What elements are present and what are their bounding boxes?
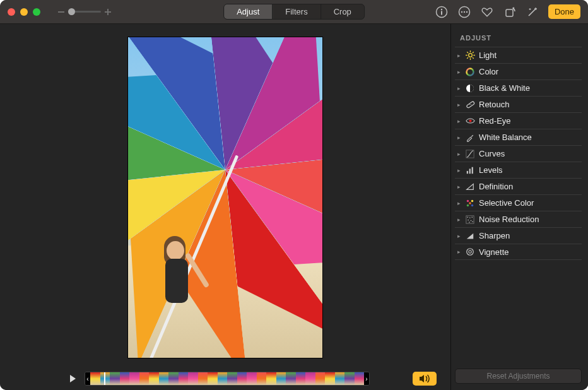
adjust-row-label: Light	[479, 50, 497, 60]
svg-rect-41	[469, 222, 469, 222]
chevron-right-icon: ▸	[456, 52, 461, 59]
adjust-row-noise-reduction[interactable]: ▸Noise Reduction	[455, 211, 582, 227]
sharpen-icon	[465, 231, 475, 241]
heart-icon	[481, 6, 493, 18]
svg-point-25	[469, 119, 471, 122]
svg-rect-2	[107, 9, 109, 15]
svg-rect-37	[469, 217, 470, 218]
zoom-thumb[interactable]	[68, 8, 75, 15]
adjust-row-red-eye[interactable]: ▸Red-Eye	[455, 112, 582, 129]
photos-edit-window: Adjust Filters Crop Done	[0, 0, 588, 390]
adjust-row-label: Black & White	[479, 83, 530, 93]
tab-crop[interactable]: Crop	[321, 4, 364, 19]
adjust-row-black-white[interactable]: ▸Black & White	[455, 80, 582, 96]
svg-point-31	[471, 199, 474, 202]
svg-point-8	[464, 11, 465, 12]
window-controls	[8, 8, 40, 16]
chevron-right-icon: ▸	[456, 216, 461, 223]
adjust-row-vignette[interactable]: ▸Vignette	[455, 244, 582, 260]
svg-line-16	[467, 52, 468, 53]
sun-icon	[465, 50, 475, 61]
svg-point-24	[470, 104, 471, 105]
adjust-row-definition[interactable]: ▸Definition	[455, 178, 582, 194]
canvas-column: ‹ ›	[0, 24, 450, 390]
svg-rect-40	[471, 220, 471, 220]
adjust-row-label: Vignette	[479, 247, 509, 257]
eye-icon	[465, 116, 475, 126]
adjust-row-retouch[interactable]: ▸Retouch	[455, 96, 582, 112]
trim-start-handle[interactable]: ‹	[85, 372, 90, 385]
svg-point-20	[467, 68, 474, 75]
tab-filters[interactable]: Filters	[273, 4, 320, 19]
adjust-row-label: Levels	[479, 165, 503, 175]
video-timeline[interactable]: ‹ ›	[85, 372, 370, 386]
svg-point-30	[467, 199, 469, 202]
reset-adjustments-button[interactable]: Reset Adjustments	[455, 369, 582, 384]
play-button[interactable]	[66, 373, 79, 384]
close-window-button[interactable]	[8, 8, 15, 16]
speaker-icon	[418, 374, 431, 384]
vignette-icon	[465, 247, 475, 257]
preview-person	[159, 225, 197, 319]
zoom-in-icon	[105, 9, 111, 15]
svg-point-23	[469, 104, 470, 105]
video-preview[interactable]	[127, 37, 323, 358]
svg-line-19	[472, 52, 473, 53]
svg-point-4	[441, 8, 442, 9]
info-button[interactable]	[435, 5, 449, 19]
svg-line-17	[472, 57, 473, 59]
fullscreen-window-button[interactable]	[33, 8, 40, 16]
svg-point-32	[467, 204, 469, 206]
svg-rect-36	[467, 216, 468, 217]
adjust-row-color[interactable]: ▸Color	[455, 63, 582, 80]
mode-segmented-control: Adjust Filters Crop	[223, 4, 365, 20]
zoom-track[interactable]	[68, 11, 101, 13]
noise-icon	[465, 215, 475, 225]
preview-area	[0, 24, 450, 371]
adjust-row-label: Definition	[479, 182, 513, 191]
adjust-row-light[interactable]: ▸Light	[455, 47, 582, 63]
svg-point-9	[466, 11, 467, 12]
favorite-button[interactable]	[480, 5, 494, 19]
svg-rect-38	[472, 216, 473, 217]
content-area: ‹ › ADJUST ▸Light▸Color▸Black & White▸Re…	[0, 24, 588, 390]
adjust-row-label: Color	[479, 67, 498, 76]
adjust-row-white-balance[interactable]: ▸White Balance	[455, 129, 582, 145]
adjust-row-sharpen[interactable]: ▸Sharpen	[455, 227, 582, 244]
dropper-icon	[465, 133, 475, 143]
minimize-window-button[interactable]	[20, 8, 28, 16]
rotate-button[interactable]	[503, 5, 517, 19]
done-button[interactable]: Done	[548, 4, 580, 19]
zoom-slider[interactable]	[58, 9, 111, 15]
triangle-icon	[465, 182, 475, 192]
svg-rect-42	[473, 221, 473, 222]
chevron-right-icon: ▸	[456, 69, 461, 75]
adjust-row-label: Retouch	[479, 100, 509, 109]
adjust-row-selective-color[interactable]: ▸Selective Color	[455, 194, 582, 211]
adjust-row-label: Selective Color	[479, 198, 534, 208]
svg-rect-10	[506, 9, 513, 16]
tab-adjust[interactable]: Adjust	[224, 4, 273, 19]
adjust-row-levels[interactable]: ▸Levels	[455, 162, 582, 178]
adjust-row-label: Sharpen	[479, 231, 510, 240]
adjust-row-curves[interactable]: ▸Curves	[455, 145, 582, 162]
audio-toggle-button[interactable]	[413, 372, 437, 386]
play-icon	[68, 374, 77, 383]
playhead[interactable]	[104, 372, 105, 386]
ellipsis-circle-icon	[458, 6, 471, 18]
zoom-out-icon	[58, 9, 64, 15]
adjust-row-label: Curves	[479, 149, 505, 158]
trim-end-handle[interactable]: ›	[364, 372, 369, 385]
dots-icon	[465, 198, 475, 208]
adjust-row-label: Red-Eye	[479, 116, 511, 126]
chevron-right-icon: ▸	[456, 102, 461, 108]
chevron-right-icon: ▸	[456, 85, 461, 92]
svg-rect-5	[441, 11, 442, 15]
chevron-right-icon: ▸	[456, 249, 461, 255]
more-button[interactable]	[457, 5, 471, 19]
auto-enhance-button[interactable]	[526, 5, 539, 19]
bw-icon	[465, 83, 475, 93]
svg-line-18	[467, 57, 468, 59]
timeline-strip[interactable]	[90, 372, 364, 385]
svg-rect-29	[472, 167, 473, 174]
